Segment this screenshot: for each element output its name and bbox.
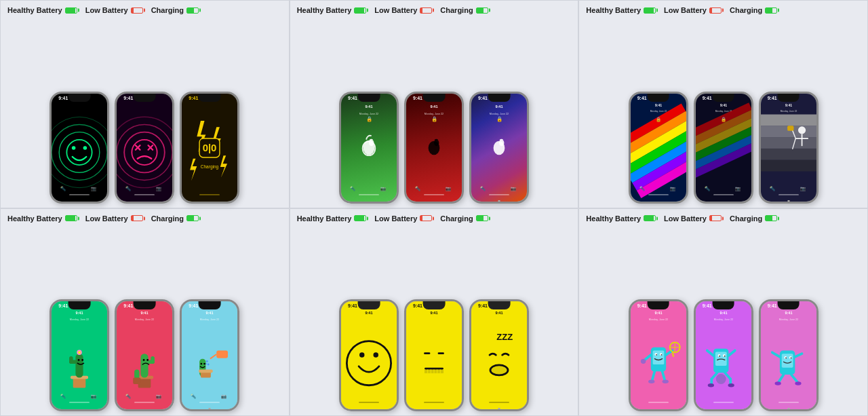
phones-r2c1: 9:41 9:41 Monday, June 22 [7,227,282,412]
svg-text:Monday, June 22: Monday, June 22 [70,318,89,321]
phone-time: 9:41 [478,303,488,308]
screen-r2c3-charging: 9:41 9:41 Monday, June 22 [761,301,816,409]
svg-line-187 [707,351,713,356]
svg-rect-116 [151,356,155,364]
notch [134,301,156,309]
battery-low-icon-r2c3 [709,215,722,221]
svg-text:📷: 📷 [221,393,227,399]
healthy-label-r1c3: Healthy Battery [586,6,641,14]
battery-healthy-icon-r1c2 [354,7,366,14]
svg-text:🔒: 🔒 [431,115,437,121]
healthy-label-r2c1: Healthy Battery [7,214,62,223]
notch [488,94,511,102]
svg-text:📷: 📷 [511,185,517,191]
phone-time: 9:41 [189,303,198,308]
healthy-label-r1c2: Healthy Battery [297,6,352,14]
svg-text:🔦: 🔦 [125,393,132,399]
svg-point-11 [117,124,172,180]
art-stripes-dark: 9:41 Monday, June 22 [761,94,816,202]
art-cactus-blue: 9:41 Monday, June 22 [182,301,237,409]
svg-marker-22 [190,158,197,181]
svg-rect-211 [778,402,799,403]
phone-r1c3-healthy: 9:41 9:41 Monday, June 22 [629,92,688,204]
svg-point-104 [82,359,84,361]
svg-text:0|0: 0|0 [203,142,217,153]
cell-r1c3: Healthy Battery Low Battery Charging 9:4… [578,0,868,208]
svg-rect-102 [69,356,73,364]
svg-line-167 [644,355,650,360]
screen-r2c2-charging: 9:41 9:41 ZZZ [471,301,527,409]
cell-r2c2-header: Healthy Battery Low Battery Charging [297,214,572,223]
phone-time: 9:41 [637,303,647,308]
svg-rect-27 [199,193,220,195]
svg-point-157 [490,365,508,375]
art-face-sad: 🔦 📷 [117,94,172,202]
battery-charging-icon-r1c3 [765,7,777,14]
svg-point-209 [774,381,781,385]
svg-rect-78 [713,193,734,195]
svg-point-140 [359,352,364,357]
art-phone-char3: 9:41 Monday, June 22 [761,301,816,409]
label-charging-r2c3: Charging [730,214,777,223]
label-low-r2c2: Low Battery [374,214,432,223]
svg-text:🔦: 🔦 [125,185,132,191]
svg-text:🔦: 🔦 [191,393,197,399]
label-low-r1c1: Low Battery [85,6,143,14]
svg-rect-137 [199,402,220,403]
battery-charging-icon-r2c1 [186,215,199,221]
phone-time: 9:41 [703,303,712,308]
healthy-label-r1c1: Healthy Battery [7,6,62,14]
svg-point-210 [795,381,801,385]
notch [423,94,446,102]
svg-point-106 [78,351,81,354]
svg-text:🔒: 🔒 [496,115,502,121]
svg-point-12 [117,117,172,187]
svg-point-133 [201,363,203,365]
svg-point-139 [347,341,391,385]
notch [777,301,800,309]
screen-r2c3-low: 9:41 9:41 Monday, June 22 [696,301,751,409]
phone-r1c2-low: 9:41 9:41 Monday, June 22 🔒 🔦 📷 [404,92,464,204]
art-smiley-sad: 9:41 [406,301,462,409]
art-cactus-green: 9:41 Monday, June 22 [52,301,107,409]
svg-text:📷: 📷 [156,185,162,191]
healthy-label-r2c2: Healthy Battery [297,214,352,223]
charging-cable-r1c3 [787,200,789,204]
svg-line-170 [662,371,665,380]
svg-text:9:41: 9:41 [720,103,727,107]
low-label-r1c2: Low Battery [374,6,417,14]
label-healthy-r1c1: Healthy Battery [7,6,77,14]
phone-time: 9:41 [637,96,647,100]
charging-cable-r2c1 [209,408,211,411]
low-label-r1c3: Low Battery [664,6,707,14]
screen-r2c1-charging: 9:41 9:41 Monday, June 22 [182,301,237,409]
svg-point-165 [656,354,657,356]
charging-label-r1c3: Charging [730,6,762,14]
svg-rect-114 [141,354,149,377]
screen-r2c2-healthy: 9:41 9:41 [341,301,397,409]
svg-rect-51 [489,193,509,195]
svg-point-172 [662,379,668,383]
svg-text:🔒: 🔒 [366,115,372,121]
svg-rect-162 [652,351,664,365]
cell-r2c3: Healthy Battery Low Battery Charging 9:4… [578,208,868,417]
screen-r2c1-low: 9:41 9:41 Monday, June 22 [117,301,172,409]
svg-rect-123 [134,402,155,403]
cell-r2c1: Healthy Battery Low Battery Charging 9:4… [0,208,290,417]
phone-time: 9:41 [768,303,777,308]
phones-r2c2: 9:41 9:41 [297,227,572,412]
phones-r1c1: 9:41 🔦 [7,18,282,204]
label-low-r1c3: Low Battery [664,6,722,14]
svg-line-205 [772,352,779,357]
svg-rect-153 [424,402,444,403]
svg-text:9:41: 9:41 [365,105,372,109]
phone-time: 9:41 [123,303,133,308]
screen-r1c3-low: 9:41 9:41 Monday, June 22 [696,94,751,202]
phone-time: 9:41 [413,303,422,308]
svg-line-169 [652,371,654,380]
charging-label-r1c2: Charging [440,6,473,14]
screen-r1c2-healthy: 9:41 9:41 Monday, June 22 🔒 � [341,94,397,202]
phones-r2c3: 9:41 9:41 Monday, June 22 [586,227,861,412]
charging-cable-r1c2 [498,200,500,204]
low-label-r2c1: Low Battery [85,214,128,223]
